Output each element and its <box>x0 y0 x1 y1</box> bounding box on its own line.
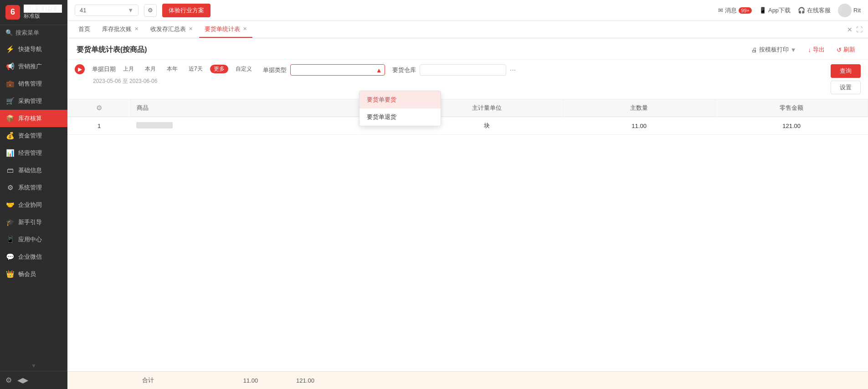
tab-order-stats-close[interactable]: ✕ <box>243 26 247 32</box>
tab-batch-account[interactable]: 库存批次账 ✕ <box>97 21 144 38</box>
goods-placeholder <box>136 122 173 128</box>
purchase-icon: 🛒 <box>5 97 15 105</box>
search-label: 搜索菜单 <box>15 29 39 37</box>
settings-btn[interactable]: 设置 <box>831 81 861 94</box>
preset-this-year[interactable]: 本年 <box>163 64 181 74</box>
sidebar-item-label: 企业协同 <box>18 201 42 209</box>
sys-icon: ⚙ <box>5 184 15 192</box>
preset-more[interactable]: 更多 <box>210 65 228 73</box>
sidebar-item-operations[interactable]: 📊 经营管理 <box>0 144 67 162</box>
type-select-wrapper: ▲ <box>290 64 385 76</box>
sidebar-item-marketing[interactable]: 📢 营销推广 <box>0 58 67 75</box>
message-btn[interactable]: ✉ 消息 99+ <box>718 6 752 15</box>
query-btn[interactable]: 查询 <box>831 64 861 78</box>
message-label: 消息 <box>725 6 737 15</box>
warehouse-label: 要货仓库 <box>392 66 416 74</box>
marketing-icon: 📢 <box>5 62 15 71</box>
sidebar-item-label: 企业微信 <box>18 253 42 261</box>
sidebar: 6 畅捷通好生意 标准版 🔍 搜索菜单 ⚡ 快捷导航 📢 营销推广 💼 销售管理… <box>0 0 67 389</box>
print-btn[interactable]: 🖨 按模板打印 ▼ <box>748 44 800 56</box>
dropdown-item-order-return[interactable]: 要货单退货 <box>360 108 441 126</box>
wechat-icon: 💬 <box>5 253 15 261</box>
tab-home-label: 首页 <box>78 25 90 33</box>
sidebar-bottom: ⚙ ◀▶ <box>0 371 67 389</box>
tab-receive-summary[interactable]: 收发存汇总表 ✕ <box>145 21 198 38</box>
sidebar-item-vip[interactable]: 👑 畅会员 <box>0 266 67 283</box>
sidebar-item-purchase[interactable]: 🛒 采购管理 <box>0 92 67 110</box>
tab-batch-account-close[interactable]: ✕ <box>134 26 139 32</box>
sidebar-item-wechat[interactable]: 💬 企业微信 <box>0 248 67 266</box>
dropdown-item-order-goods[interactable]: 要货单要货 <box>360 91 441 108</box>
print-chevron-icon: ▼ <box>791 46 796 53</box>
tab-home[interactable]: 首页 <box>73 21 96 38</box>
preset-custom[interactable]: 自定义 <box>232 64 256 74</box>
online-service-icon: 🎧 <box>798 7 805 14</box>
page-content: 要货单统计表(按商品) 🖨 按模板打印 ▼ ↓ 导出 ↺ 刷新 ▶ <box>67 38 868 389</box>
warehouse-more-btn[interactable]: ··· <box>510 66 516 74</box>
tab-expand-btn[interactable]: ⛶ <box>856 26 863 33</box>
store-selector[interactable]: 41 ▼ <box>75 5 139 16</box>
warehouse-filter-group: 要货仓库 ··· <box>392 64 516 76</box>
warehouse-filter-row: 要货仓库 ··· <box>392 64 516 76</box>
sales-icon: 💼 <box>5 80 15 88</box>
tab-bar: 首页 库存批次账 ✕ 收发存汇总表 ✕ 要货单统计表 ✕ ✕ ⛶ <box>67 21 868 38</box>
sidebar-item-label: 应用中心 <box>18 235 42 244</box>
sidebar-item-quick-nav[interactable]: ⚡ 快捷导航 <box>0 41 67 58</box>
tab-order-stats-label: 要货单统计表 <box>205 25 240 33</box>
print-icon: 🖨 <box>751 46 757 53</box>
preset-last-month[interactable]: 上月 <box>119 64 138 74</box>
message-icon: ✉ <box>718 7 723 14</box>
date-filter-group: 单据日期 上月 本月 本年 近7天 更多 自定义 2023-05-06 至 20… <box>92 64 256 85</box>
avatar <box>838 4 852 17</box>
main-area: 41 ▼ ⚙ 体验行业方案 ✉ 消息 99+ 📱 App下载 🎧 在线客服 Ri… <box>67 0 868 389</box>
sidebar-item-finance[interactable]: 💰 资金管理 <box>0 127 67 144</box>
table-settings-icon[interactable]: ⚙ <box>96 104 102 112</box>
export-label: 导出 <box>813 46 825 54</box>
header-right: ✉ 消息 99+ 📱 App下载 🎧 在线客服 Rit <box>718 4 861 17</box>
sidebar-settings-btn[interactable]: ⚙ <box>5 376 12 384</box>
tab-order-stats[interactable]: 要货单统计表 ✕ <box>199 21 252 38</box>
date-label: 单据日期 <box>92 65 116 73</box>
preset-this-month[interactable]: 本月 <box>141 64 159 74</box>
filter-bar: ▶ 单据日期 上月 本月 本年 近7天 更多 自定义 2023-05-06 至 … <box>67 60 868 99</box>
logo-icon: 6 <box>5 5 20 20</box>
sidebar-item-label: 新手引导 <box>18 218 42 226</box>
sidebar-item-inventory[interactable]: 📦 库存核算 <box>0 110 67 127</box>
trial-btn[interactable]: 体验行业方案 <box>162 4 211 17</box>
header-gear-btn[interactable]: ⚙ <box>144 4 157 17</box>
tab-close-all-btn[interactable]: ✕ <box>847 26 853 33</box>
app-logo: 6 畅捷通好生意 标准版 <box>0 0 67 25</box>
sidebar-item-label: 畅会员 <box>18 270 36 278</box>
preset-7days[interactable]: 近7天 <box>185 64 206 74</box>
finance-icon: 💰 <box>5 132 15 140</box>
table-footer: 合计 11.00 121.00 <box>67 371 868 389</box>
sidebar-item-label: 系统管理 <box>18 184 42 192</box>
sidebar-item-sales[interactable]: 💼 销售管理 <box>0 75 67 92</box>
refresh-btn[interactable]: ↺ 刷新 <box>833 44 859 56</box>
sidebar-item-base-info[interactable]: 🗃 基础信息 <box>0 162 67 179</box>
tab-receive-summary-close[interactable]: ✕ <box>189 26 193 32</box>
app-download-btn[interactable]: 📱 App下载 <box>759 6 791 15</box>
online-service-btn[interactable]: 🎧 在线客服 <box>798 6 831 15</box>
enterprise-icon: 🤝 <box>5 201 15 209</box>
search-menu[interactable]: 🔍 搜索菜单 <box>0 25 67 41</box>
vip-icon: 👑 <box>5 270 15 278</box>
sidebar-collapse-btn[interactable]: ◀▶ <box>17 376 28 384</box>
warehouse-input[interactable] <box>420 64 506 76</box>
type-label: 单据类型 <box>263 66 287 74</box>
sidebar-item-sys-manage[interactable]: ⚙ 系统管理 <box>0 179 67 196</box>
filter-collapse-btn[interactable]: ▶ <box>75 64 85 74</box>
cell-amount: 121.00 <box>715 117 868 135</box>
sidebar-item-guide[interactable]: 🎓 新手引导 <box>0 214 67 231</box>
user-name: Rit <box>853 7 861 14</box>
tab-receive-summary-label: 收发存汇总表 <box>150 25 186 33</box>
col-header-num: ⚙ <box>67 99 131 117</box>
sidebar-scroll-down[interactable]: ▼ <box>0 361 67 371</box>
sidebar-item-app-center[interactable]: 📱 应用中心 <box>0 231 67 248</box>
user-profile[interactable]: Rit <box>838 4 861 17</box>
type-select-input[interactable] <box>290 64 385 76</box>
export-btn[interactable]: ↓ 导出 <box>805 44 829 56</box>
footer-total-label: 合计 <box>73 376 223 384</box>
sidebar-item-enterprise[interactable]: 🤝 企业协同 <box>0 196 67 214</box>
date-range-display: 2023-05-06 至 2023-06-06 <box>93 77 256 85</box>
